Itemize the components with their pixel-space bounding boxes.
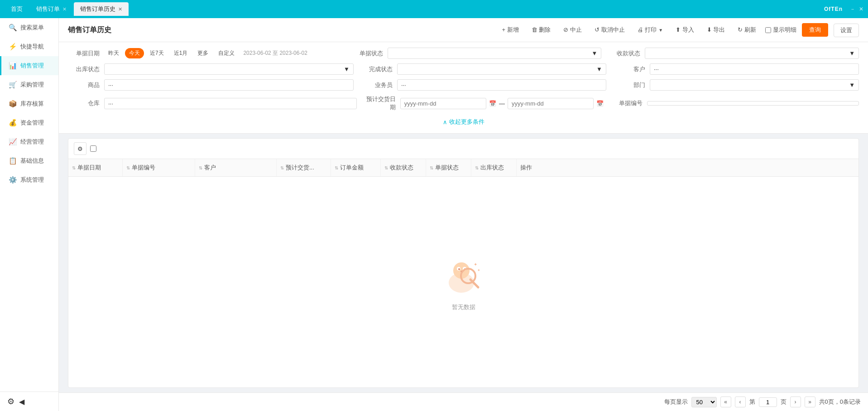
- page-size-label: 每页显示: [664, 398, 688, 406]
- th-out-stock-status[interactable]: ⇅ 出库状态: [471, 159, 517, 176]
- window-close-btn[interactable]: ✕: [859, 6, 863, 12]
- sidebar-item-search-menu-label: 搜索菜单: [20, 24, 44, 32]
- sidebar-item-operations-label: 经营管理: [20, 138, 44, 146]
- empty-state: ✦ ✦ 暂无数据: [436, 235, 491, 329]
- filter-row-1: 单据日期 昨天 今天 近7天 近1月 更多 自定义 2023-06-02 至 2…: [68, 48, 859, 59]
- last-page-btn[interactable]: »: [805, 396, 815, 407]
- product-select[interactable]: ···: [104, 79, 354, 91]
- page-input[interactable]: [759, 397, 777, 407]
- expected-date-label: 预计交货日期: [364, 95, 400, 111]
- complete-status-select[interactable]: ▼: [397, 63, 606, 75]
- expected-date-start[interactable]: [400, 98, 486, 109]
- sidebar-settings-icon[interactable]: ⚙: [7, 396, 14, 406]
- customer-select[interactable]: ···: [650, 63, 859, 75]
- brand-label: OfTEn: [824, 6, 843, 12]
- sort-customer-icon: ⇅: [199, 165, 202, 170]
- sidebar-item-base-info[interactable]: 📋 基础信息: [0, 151, 58, 170]
- sidebar-item-finance[interactable]: 💰 资金管理: [0, 113, 58, 132]
- sidebar-item-purchase-mgmt[interactable]: 🛒 采购管理: [0, 75, 58, 94]
- date-filter-label: 单据日期: [68, 49, 104, 58]
- calendar-start-icon[interactable]: 📅: [489, 100, 496, 107]
- filter-row-4: 仓库 ··· 预计交货日期 📅 — 📅 单据编号: [68, 95, 859, 111]
- query-button[interactable]: 查询: [802, 23, 828, 37]
- date-btn-yesterday[interactable]: 昨天: [104, 48, 123, 58]
- sidebar-item-quick-nav[interactable]: ⚡ 快捷导航: [0, 37, 58, 56]
- table-body: ✦ ✦ 暂无数据: [68, 177, 858, 387]
- tab-sales-order-history[interactable]: 销售订单历史 ✕: [74, 2, 129, 16]
- order-status-dropdown-icon: ▼: [591, 50, 597, 57]
- order-status-select[interactable]: ▼: [388, 48, 602, 59]
- collapse-btn[interactable]: ∧ 收起更多条件: [68, 116, 859, 128]
- refresh-button[interactable]: ↻ 刷新: [734, 24, 760, 36]
- sidebar-item-inventory[interactable]: 📦 库存核算: [0, 94, 58, 113]
- page-unit: 页: [781, 398, 786, 406]
- dept-select[interactable]: ▼: [650, 79, 859, 91]
- sidebar-item-system[interactable]: ⚙️ 系统管理: [0, 170, 58, 189]
- import-button[interactable]: ⬆ 导入: [672, 24, 698, 36]
- sidebar-item-base-info-label: 基础信息: [20, 157, 44, 165]
- th-amount[interactable]: ⇅ 订单金额: [331, 159, 381, 176]
- table-settings-btn[interactable]: ⚙: [74, 142, 86, 155]
- date-btn-7days[interactable]: 近7天: [146, 48, 168, 58]
- finance-icon: 💰: [9, 119, 17, 127]
- th-customer[interactable]: ⇅ 客户: [195, 159, 277, 176]
- sort-out-stock-icon: ⇅: [475, 165, 479, 170]
- page-size-select[interactable]: 50 20 100: [691, 397, 717, 407]
- page-header: 销售订单历史 + 新增 🗑 删除 ⊘ 中止 ↺ 取消中止 🖨 打印 ▼ ⬆ 导入…: [59, 18, 868, 42]
- sidebar-item-system-label: 系统管理: [20, 176, 44, 184]
- setting-button[interactable]: 设置: [834, 24, 859, 37]
- receipt-status-select[interactable]: ▼: [645, 48, 859, 59]
- salesperson-select[interactable]: ···: [397, 79, 606, 91]
- sidebar-item-purchase-mgmt-label: 采购管理: [20, 81, 44, 89]
- print-button[interactable]: 🖨 打印 ▼: [634, 24, 667, 36]
- content-area: 销售订单历史 + 新增 🗑 删除 ⊘ 中止 ↺ 取消中止 🖨 打印 ▼ ⬆ 导入…: [59, 18, 868, 411]
- th-order-status[interactable]: ⇅ 单据状态: [426, 159, 471, 176]
- sales-mgmt-icon: 📊: [9, 62, 17, 70]
- table-footer: 每页显示 50 20 100 « ‹ 第 页 › » 共0页，0条记录: [59, 392, 868, 411]
- tab-sales-order-history-close[interactable]: ✕: [118, 6, 122, 12]
- sidebar-item-operations[interactable]: 📈 经营管理: [0, 132, 58, 151]
- stop-button[interactable]: ⊘ 中止: [560, 24, 585, 36]
- show-details-checkbox[interactable]: [765, 27, 771, 33]
- tab-sales-order[interactable]: 销售订单 ✕: [30, 2, 73, 16]
- th-date[interactable]: ⇅ 单据日期: [68, 159, 123, 176]
- sidebar-item-sales-mgmt[interactable]: 📊 销售管理: [0, 56, 58, 75]
- sidebar-item-search-menu[interactable]: 🔍 搜索菜单: [0, 18, 58, 37]
- expected-date-end[interactable]: [508, 98, 594, 109]
- date-btn-today[interactable]: 今天: [125, 48, 144, 58]
- next-page-icon: ›: [795, 399, 796, 405]
- next-page-btn[interactable]: ›: [790, 396, 801, 407]
- new-button[interactable]: + 新增: [499, 24, 523, 36]
- select-all-checkbox[interactable]: [90, 145, 96, 152]
- out-stock-select[interactable]: ▼: [104, 63, 354, 75]
- page-title: 销售订单历史: [68, 25, 111, 35]
- collapse-arrow-icon: ∧: [443, 119, 447, 126]
- first-page-btn[interactable]: «: [720, 396, 731, 407]
- quick-nav-icon: ⚡: [9, 43, 17, 51]
- order-no-input[interactable]: [647, 101, 859, 106]
- collapse-label: 收起更多条件: [449, 118, 484, 126]
- export-button[interactable]: ⬇ 导出: [703, 24, 729, 36]
- date-btn-more[interactable]: 更多: [193, 48, 212, 58]
- sort-order-status-icon: ⇅: [430, 165, 433, 170]
- date-btn-1month[interactable]: 近1月: [170, 48, 192, 58]
- first-page-icon: «: [724, 399, 727, 405]
- filter-row-3: 商品 ··· 业务员 ··· 部门 ▼: [68, 79, 859, 91]
- purchase-mgmt-icon: 🛒: [9, 81, 17, 89]
- delete-button[interactable]: 🗑 删除: [528, 24, 555, 36]
- th-expected-date[interactable]: ⇅ 预计交货...: [277, 159, 331, 176]
- sidebar-collapse-icon[interactable]: ◀: [19, 397, 24, 406]
- tab-sales-order-close[interactable]: ✕: [62, 6, 67, 12]
- cancel-stop-button[interactable]: ↺ 取消中止: [591, 24, 628, 36]
- window-min-btn[interactable]: －: [850, 5, 855, 13]
- th-no[interactable]: ⇅ 单据编号: [123, 159, 195, 176]
- th-receipt-status[interactable]: ⇅ 收款状态: [381, 159, 426, 176]
- prev-page-btn[interactable]: ‹: [735, 396, 746, 407]
- table-toolbar: ⚙: [68, 139, 858, 159]
- calendar-end-icon[interactable]: 📅: [596, 100, 604, 107]
- date-btn-custom[interactable]: 自定义: [214, 48, 239, 58]
- tab-home[interactable]: 首页: [5, 2, 29, 16]
- tab-sales-order-history-label: 销售订单历史: [80, 5, 115, 13]
- warehouse-select[interactable]: ···: [104, 98, 357, 109]
- prev-page-icon: ‹: [739, 399, 741, 405]
